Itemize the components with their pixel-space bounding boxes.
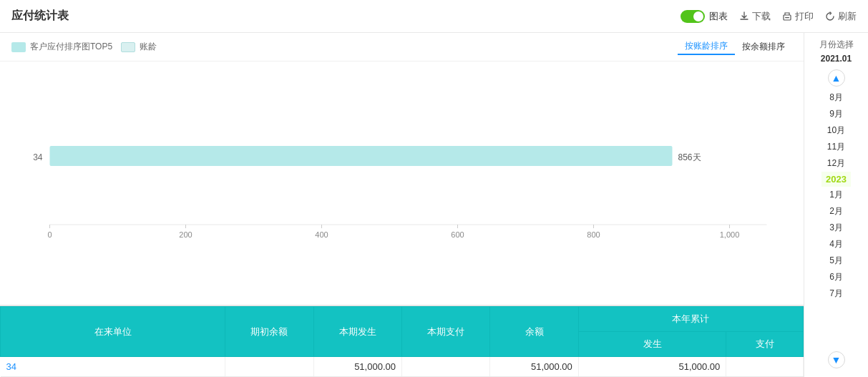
cell-ytd-paid	[726, 357, 804, 377]
svg-rect-3	[50, 146, 673, 166]
print-icon	[782, 11, 792, 21]
right-sidebar: 月份选择 2021.01 ▲ 8月 9月 10月 11月 12月 2023 1月…	[804, 33, 868, 377]
cell-unit: 34	[1, 357, 225, 377]
sort-by-balance-button[interactable]: 按账龄排序	[678, 39, 735, 55]
legend-item-2: 账龄	[121, 41, 157, 53]
sort-by-amount-button[interactable]: 按余额排序	[735, 39, 792, 55]
col-header-ytd-paid: 支付	[726, 332, 804, 357]
month-item-jul[interactable]: 7月	[821, 285, 851, 302]
svg-rect-1	[785, 17, 789, 18]
svg-text:400: 400	[315, 230, 328, 239]
header-actions: 图表 下载 打印 刷新	[681, 10, 857, 23]
chart-legend: 客户应付排序图TOP5 账龄	[11, 41, 157, 53]
print-label: 打印	[795, 10, 814, 23]
page-title: 应付统计表	[11, 9, 69, 24]
download-label: 下载	[752, 10, 771, 23]
download-icon	[739, 11, 749, 21]
cell-occurred: 51,000.00	[313, 357, 401, 377]
download-button[interactable]: 下载	[739, 10, 771, 23]
month-item-feb[interactable]: 2月	[821, 203, 851, 220]
chart-wrapper: 34 856天 0 200 400 600 800 1,000	[0, 62, 804, 305]
month-item-jun[interactable]: 6月	[821, 269, 851, 285]
chart-sort-buttons: 按账龄排序 按余额排序	[678, 39, 792, 55]
month-list: 8月 9月 10月 11月 12月 2023 1月 2月 3月 4月 5月 6月…	[821, 89, 851, 348]
month-item-dec[interactable]: 12月	[821, 155, 851, 172]
unit-link[interactable]: 34	[6, 361, 16, 372]
cell-ytd-occurred: 51,000.00	[578, 357, 726, 377]
col-header-paid: 本期支付	[401, 307, 489, 357]
cell-balance: 51,000.00	[490, 357, 578, 377]
month-item-sep[interactable]: 9月	[821, 106, 851, 122]
chart-header: 客户应付排序图TOP5 账龄 按账龄排序 按余额排序	[0, 33, 804, 62]
month-item-apr[interactable]: 4月	[821, 236, 851, 253]
month-item-mar[interactable]: 3月	[821, 220, 851, 236]
toggle-track[interactable]	[681, 10, 705, 23]
svg-text:856天: 856天	[678, 152, 701, 162]
col-header-opening: 期初余额	[225, 307, 313, 357]
svg-text:0: 0	[47, 230, 52, 239]
data-table: 在来单位 期初余额 本期发生 本期支付 余额 本年累计 发生 支付	[0, 305, 804, 377]
table-header-row-1: 在来单位 期初余额 本期发生 本期支付 余额 本年累计	[1, 307, 804, 332]
year-label-2023: 2023	[821, 172, 851, 187]
col-header-ytd: 本年累计	[578, 307, 803, 332]
col-header-balance: 余额	[490, 307, 578, 357]
cell-opening	[225, 357, 313, 377]
table-row: 34 51,000.00 51,000.00 51,000.00	[1, 357, 804, 377]
chart-toggle-label: 图表	[709, 10, 728, 23]
legend-label-2: 账龄	[140, 41, 157, 53]
summary-table: 在来单位 期初余额 本期发生 本期支付 余额 本年累计 发生 支付	[0, 306, 804, 377]
legend-color-2	[121, 42, 135, 52]
svg-text:800: 800	[587, 230, 600, 239]
main-content: 客户应付排序图TOP5 账龄 按账龄排序 按余额排序 34	[0, 33, 868, 377]
svg-text:1,000: 1,000	[720, 230, 740, 239]
col-header-occurred: 本期发生	[313, 307, 401, 357]
month-item-jan[interactable]: 1月	[821, 187, 851, 203]
month-item-aug[interactable]: 8月	[821, 89, 851, 106]
legend-color-1	[11, 42, 26, 52]
month-item-may[interactable]: 5月	[821, 253, 851, 269]
sidebar-label: 月份选择	[819, 39, 854, 51]
toggle-thumb	[693, 11, 703, 21]
chart-area: 客户应付排序图TOP5 账龄 按账龄排序 按余额排序 34	[0, 33, 804, 377]
print-button[interactable]: 打印	[782, 10, 814, 23]
month-item-oct[interactable]: 10月	[821, 122, 851, 139]
refresh-button[interactable]: 刷新	[825, 10, 857, 23]
svg-text:600: 600	[451, 230, 464, 239]
page-header: 应付统计表 图表 下载 打印	[0, 0, 868, 33]
refresh-icon	[825, 11, 835, 21]
cell-paid	[401, 357, 489, 377]
col-header-unit: 在来单位	[1, 307, 225, 357]
col-header-ytd-occurred: 发生	[578, 332, 726, 357]
bar-chart: 34 856天 0 200 400 600 800 1,000	[11, 67, 792, 253]
chart-toggle[interactable]: 图表	[681, 10, 728, 23]
sidebar-current-date: 2021.01	[821, 54, 852, 64]
legend-item-1: 客户应付排序图TOP5	[11, 41, 112, 53]
scroll-up-button[interactable]: ▲	[828, 69, 845, 87]
month-item-nov[interactable]: 11月	[821, 139, 851, 155]
svg-text:34: 34	[33, 152, 43, 162]
legend-label-1: 客户应付排序图TOP5	[30, 41, 112, 53]
refresh-label: 刷新	[838, 10, 857, 23]
scroll-down-button[interactable]: ▼	[828, 351, 845, 368]
table-body: 34 51,000.00 51,000.00 51,000.00	[1, 357, 804, 377]
svg-text:200: 200	[179, 230, 192, 239]
